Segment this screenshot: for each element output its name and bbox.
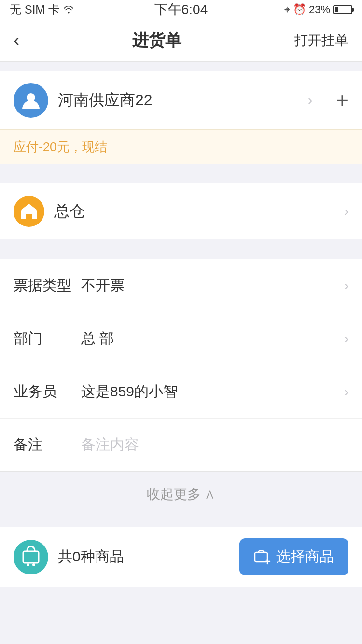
carrier-label: 无 SIM 卡 <box>10 2 60 17</box>
notice-text: 应付-20元，现结 <box>14 140 107 154</box>
sales-value: 这是859的小智 <box>71 382 344 402</box>
status-bar: 无 SIM 卡 下午6:04 ⌖ ⏰ 23% <box>0 0 362 19</box>
content: 河南供应商22 › + 应付-20元，现结 总仓 › 票据类型 <box>0 62 362 587</box>
spacer-2 <box>0 164 362 174</box>
battery-percent: 23% <box>309 3 330 16</box>
product-count: 共0种商品 <box>58 547 239 567</box>
supplier-row[interactable]: 河南供应商22 › + <box>0 71 362 129</box>
warehouse-building-icon <box>19 202 39 221</box>
svg-rect-7 <box>255 552 267 562</box>
status-bar-time: 下午6:04 <box>154 0 208 19</box>
nav-bar: ‹ 进货单 打开挂单 <box>0 19 362 62</box>
remark-input[interactable]: 备注内容 <box>71 435 348 455</box>
supplier-chevron-icon: › <box>308 93 312 108</box>
sales-row[interactable]: 业务员 这是859的小智 › <box>0 365 362 419</box>
invoice-row[interactable]: 票据类型 不开票 › <box>0 259 362 312</box>
svg-point-5 <box>27 563 29 566</box>
warehouse-section: 总仓 › <box>0 183 362 239</box>
warehouse-name: 总仓 <box>54 201 344 222</box>
status-bar-left: 无 SIM 卡 <box>10 2 73 17</box>
form-section: 票据类型 不开票 › 部门 总 部 › 业务员 这是859的小智 › 备注 备注… <box>0 259 362 471</box>
page-title: 进货单 <box>132 29 181 52</box>
remark-row[interactable]: 备注 备注内容 <box>0 419 362 471</box>
spacer-1 <box>0 62 362 71</box>
collapse-button[interactable]: 收起更多 ∧ <box>14 485 348 504</box>
notice-banner: 应付-20元，现结 <box>0 129 362 164</box>
dept-chevron-icon: › <box>344 331 348 347</box>
supplier-avatar <box>14 83 48 118</box>
bottom-bar: 共0种商品 选择商品 <box>0 527 362 587</box>
person-icon <box>20 90 42 111</box>
supplier-section: 河南供应商22 › + 应付-20元，现结 <box>0 71 362 164</box>
supplier-add-button[interactable]: + <box>336 90 348 111</box>
dept-row[interactable]: 部门 总 部 › <box>0 312 362 365</box>
cart-icon <box>20 546 42 568</box>
warehouse-chevron-icon: › <box>344 204 348 219</box>
remark-label: 备注 <box>14 435 71 455</box>
svg-marker-2 <box>20 204 38 210</box>
select-product-button[interactable]: 选择商品 <box>239 538 348 575</box>
svg-point-6 <box>32 563 35 566</box>
dept-label: 部门 <box>14 329 71 349</box>
spacer-3 <box>0 239 362 249</box>
status-bar-right: ⌖ ⏰ 23% <box>284 3 352 16</box>
dept-value: 总 部 <box>71 329 344 349</box>
alarm-icon: ⏰ <box>293 3 306 16</box>
wifi-icon <box>64 6 73 14</box>
open-pending-button[interactable]: 打开挂单 <box>294 31 348 50</box>
warehouse-row[interactable]: 总仓 › <box>0 183 362 239</box>
location-icon: ⌖ <box>284 3 290 16</box>
invoice-value: 不开票 <box>71 276 344 295</box>
select-product-icon <box>254 548 271 566</box>
supplier-divider <box>324 88 324 113</box>
select-product-label: 选择商品 <box>276 547 334 567</box>
collapse-section: 收起更多 ∧ <box>0 471 362 517</box>
supplier-name: 河南供应商22 <box>58 90 308 111</box>
invoice-chevron-icon: › <box>344 278 348 294</box>
product-icon <box>14 540 48 574</box>
battery-icon <box>333 5 352 14</box>
back-button[interactable]: ‹ <box>14 32 19 49</box>
svg-rect-3 <box>26 214 32 219</box>
invoice-label: 票据类型 <box>14 276 71 295</box>
sales-label: 业务员 <box>14 382 71 402</box>
warehouse-icon <box>14 196 44 227</box>
svg-rect-4 <box>23 551 39 563</box>
sales-chevron-icon: › <box>344 384 348 400</box>
